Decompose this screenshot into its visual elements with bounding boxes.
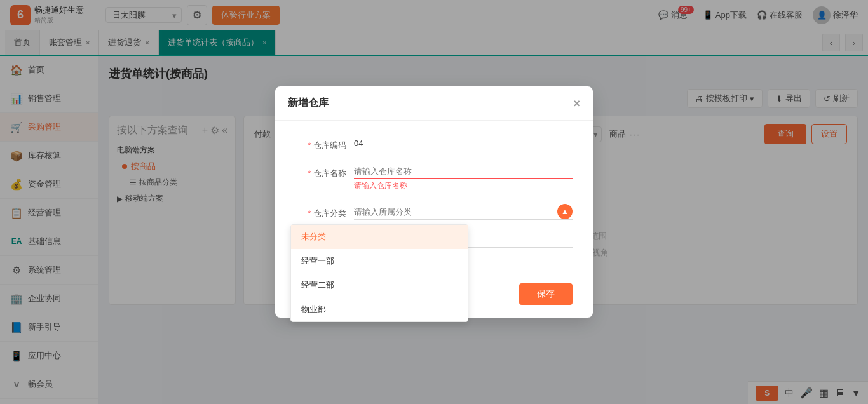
form-row-category: 仓库分类 ▲ 未分类 经营一部 经营二部 物业部 — [295, 204, 573, 220]
category-dropdown: 未分类 经营一部 经营二部 物业部 — [290, 224, 468, 322]
dropdown-item-1[interactable]: 经营一部 — [291, 249, 468, 273]
form-row-name: 仓库名称 请输入仓库名称 — [295, 164, 573, 191]
modal-body: 仓库编码 仓库名称 请输入仓库名称 仓库分类 ▲ — [275, 121, 593, 276]
name-error-msg: 请输入仓库名称 — [354, 180, 573, 191]
dropdown-item-0[interactable]: 未分类 — [291, 225, 468, 249]
code-field-wrap — [354, 136, 573, 151]
code-input[interactable] — [354, 136, 573, 151]
save-btn[interactable]: 保存 — [519, 283, 573, 305]
category-input-row: ▲ — [354, 204, 573, 220]
dropdown-item-3[interactable]: 物业部 — [291, 297, 468, 321]
modal-header: 新增仓库 × — [275, 86, 593, 121]
chevron-up-btn[interactable]: ▲ — [557, 204, 573, 219]
form-row-code: 仓库编码 — [295, 136, 573, 151]
name-field-wrap: 请输入仓库名称 — [354, 164, 573, 191]
modal-overlay: 新增仓库 × 仓库编码 仓库名称 请输入仓库名称 仓库分类 — [0, 0, 868, 404]
code-label: 仓库编码 — [295, 136, 346, 151]
name-input[interactable] — [354, 164, 573, 179]
new-warehouse-modal: 新增仓库 × 仓库编码 仓库名称 请输入仓库名称 仓库分类 — [275, 86, 593, 318]
category-wrap: ▲ 未分类 经营一部 经营二部 物业部 — [354, 204, 573, 220]
dropdown-item-2[interactable]: 经营二部 — [291, 273, 468, 297]
modal-close-btn[interactable]: × — [573, 98, 580, 109]
category-input[interactable] — [354, 205, 557, 219]
modal-title: 新增仓库 — [288, 97, 329, 110]
name-label: 仓库名称 — [295, 164, 346, 179]
category-label: 仓库分类 — [295, 204, 346, 219]
